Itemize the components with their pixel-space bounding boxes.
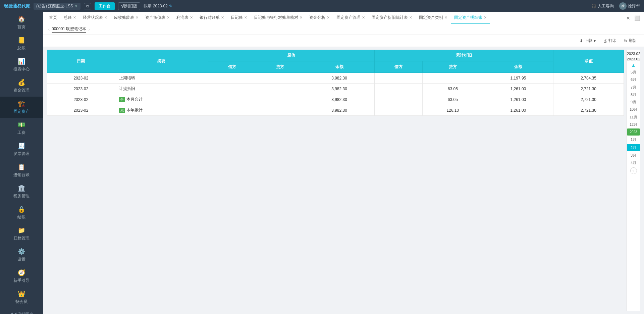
tab-close-icon[interactable]: ✕ <box>167 15 170 20</box>
period-value: 2023-02 <box>153 4 168 8</box>
scroll-down-button[interactable]: ○ <box>630 167 637 174</box>
cell-orig-debit <box>208 94 256 105</box>
tab-business-status[interactable]: 经营状况表 ✕ <box>79 12 111 24</box>
right-panel-month-3[interactable]: 3月 <box>627 152 640 159</box>
sidebar-item-label: 归档管理 <box>13 235 30 241</box>
tab-fund-analysis[interactable]: 资金分析 ✕ <box>306 12 333 24</box>
tab-balance-sheet[interactable]: 资产负债表 ✕ <box>142 12 173 24</box>
tab-close-icon[interactable]: ✕ <box>484 15 487 20</box>
sidebar-item-purchase-sales[interactable]: 📋 进销台账 <box>0 160 43 181</box>
cell-net-value: 2,721.30 <box>553 84 624 94</box>
tab-label: 资金分析 <box>309 15 325 20</box>
top-bar-right: 🎧 人工客询 徐 徐泽华 <box>591 2 640 10</box>
right-panel-month-4[interactable]: 4月 <box>627 159 640 166</box>
tab-close-icon[interactable]: ✕ <box>327 15 330 20</box>
tab-fixed-assets-management[interactable]: 固定资产管理 ✕ <box>333 12 368 24</box>
tab-receivable-aging[interactable]: 应收账龄表 ✕ <box>111 12 142 24</box>
tab-close-icon[interactable]: ✕ <box>221 15 224 20</box>
cell-orig-balance: 3,982.30 <box>304 84 375 94</box>
summary-tag: 合 <box>119 97 125 102</box>
right-panel-month-2[interactable]: 2月 <box>627 144 640 151</box>
copy-button[interactable]: ⧉ <box>84 3 91 9</box>
tab-journal[interactable]: 日记账 ✕ <box>227 12 251 24</box>
download-button[interactable]: ⬇ 下载 ▾ <box>578 37 598 45</box>
print-button[interactable]: 🖨 打印 <box>601 37 619 45</box>
company-selector[interactable]: (劝告) 江西服企-LSS ▼ <box>34 3 80 10</box>
tab-close-icon[interactable]: ✕ <box>136 15 139 20</box>
sidebar-item-salary[interactable]: 💵 工资 <box>0 118 43 139</box>
tab-fixed-assets-detail[interactable]: 固定资产明细账 ✕ <box>451 12 490 24</box>
period-display: 账期 2023-02 ✎ <box>144 3 172 9</box>
tab-label: 日记账 <box>231 15 243 20</box>
service-label: 人工客询 <box>598 3 614 9</box>
unpin-button[interactable]: ◀◀ 取消固定 <box>0 308 43 314</box>
tab-journal-bank-reconcile[interactable]: 日记账与银行对账单核对 ✕ <box>251 12 306 24</box>
home-icon: 🏠 <box>18 15 25 23</box>
sidebar-item-ledger[interactable]: 📒 总账 <box>0 33 43 54</box>
tab-bar: 首页 总账 ✕ 经营状况表 ✕ 应收账龄表 ✕ 资产负债表 ✕ 利润表 ✕ <box>43 12 644 24</box>
tab-close-icon[interactable]: ✕ <box>73 15 76 20</box>
tab-bank-statement[interactable]: 银行对账单 ✕ <box>196 12 227 24</box>
breadcrumb-current: 000001 联想笔记本 <box>52 26 86 33</box>
service-button[interactable]: 🎧 人工客询 <box>591 3 614 9</box>
tab-close-icon[interactable]: ✕ <box>362 15 365 20</box>
breadcrumb-forward[interactable]: › <box>88 27 90 32</box>
sidebar-item-closing[interactable]: 🔒 结账 <box>0 202 43 223</box>
purchase-sales-icon: 📋 <box>18 163 25 171</box>
cell-orig-debit <box>208 105 256 116</box>
right-panel-date-top2: 2023.02 <box>627 56 640 62</box>
sidebar-item-archive[interactable]: 📁 归档管理 <box>0 223 43 245</box>
right-panel-month-10[interactable]: 10月 <box>627 106 640 113</box>
tab-close-icon[interactable]: ✕ <box>300 15 303 20</box>
refresh-button[interactable]: ↻ 刷新 <box>622 37 639 45</box>
tab-maximize-button[interactable]: ⬜ <box>633 15 641 21</box>
right-panel-month-5[interactable]: 5月 <box>627 68 640 76</box>
right-panel-month-7[interactable]: 7月 <box>627 84 640 91</box>
scroll-up-button[interactable]: ▲ <box>631 62 637 68</box>
right-panel-month-11[interactable]: 11月 <box>627 113 640 121</box>
tab-home[interactable]: 首页 <box>46 12 60 24</box>
sidebar-item-home[interactable]: 🏠 首页 <box>0 12 43 33</box>
print-icon: 🖨 <box>603 39 607 43</box>
invoice-icon: 🧾 <box>18 142 25 150</box>
user-menu[interactable]: 徐 徐泽华 <box>619 2 640 10</box>
breadcrumb-back[interactable]: ‹ <box>48 27 50 32</box>
sidebar-item-guide[interactable]: 🧭 新手引导 <box>0 266 43 287</box>
sidebar-item-report[interactable]: 📊 报表中心 <box>0 54 43 75</box>
workbench-button[interactable]: 工作台 <box>95 2 115 10</box>
switch-version-button[interactable]: 切到旧版 <box>118 2 140 10</box>
sidebar-item-label: 发票管理 <box>13 151 30 157</box>
tab-close-all-button[interactable]: ✕ <box>625 15 632 21</box>
table-row: 2023-02合本月合计3,982.3063.051,261.002,721.3… <box>47 94 624 105</box>
tab-profit[interactable]: 利润表 ✕ <box>173 12 196 24</box>
tab-fixed-assets-category[interactable]: 固定资产类别 ✕ <box>416 12 451 24</box>
tab-depreciation-stats[interactable]: 固定资产折旧统计表 ✕ <box>368 12 416 24</box>
tab-close-icon[interactable]: ✕ <box>444 15 447 20</box>
cell-orig-credit <box>256 84 304 94</box>
th-summary: 摘要 <box>115 50 208 73</box>
right-panel-month-9[interactable]: 9月 <box>627 98 640 106</box>
page-content: ‹ 000001 联想笔记本 › ⬇ 下载 ▾ 🖨 打印 ↻ 刷新 <box>43 24 644 314</box>
tab-label: 固定资产折旧统计表 <box>372 15 408 20</box>
sidebar-item-label: 结账 <box>17 214 25 220</box>
right-panel-year-2023[interactable]: 2023 <box>627 128 640 136</box>
tab-label: 固定资产明细账 <box>454 15 482 20</box>
tab-close-icon[interactable]: ✕ <box>409 15 412 20</box>
sidebar-item-fixed-assets[interactable]: 🏗️ 固定资产 <box>0 97 43 118</box>
sidebar-item-tax[interactable]: 🏛️ 税务管理 <box>0 181 43 202</box>
tab-close-icon[interactable]: ✕ <box>244 15 247 20</box>
right-panel-month-12[interactable]: 12月 <box>627 121 640 128</box>
sidebar-item-member[interactable]: 👑 畅会员 <box>0 287 43 308</box>
right-panel-month-6[interactable]: 6月 <box>627 76 640 83</box>
sidebar-item-settings[interactable]: ⚙️ 设置 <box>0 245 43 266</box>
sidebar-item-fund[interactable]: 💰 资金管理 <box>0 75 43 97</box>
tab-ledger[interactable]: 总账 ✕ <box>60 12 79 24</box>
right-panel-month-8[interactable]: 8月 <box>627 91 640 98</box>
breadcrumb-bar: ‹ 000001 联想笔记本 › <box>43 24 644 35</box>
period-edit-icon[interactable]: ✎ <box>169 4 172 8</box>
tab-close-icon[interactable]: ✕ <box>190 15 193 20</box>
tab-close-icon[interactable]: ✕ <box>104 15 107 20</box>
guide-icon: 🧭 <box>18 269 25 276</box>
sidebar-item-invoice[interactable]: 🧾 发票管理 <box>0 139 43 160</box>
right-panel-month-1[interactable]: 1月 <box>627 136 640 143</box>
